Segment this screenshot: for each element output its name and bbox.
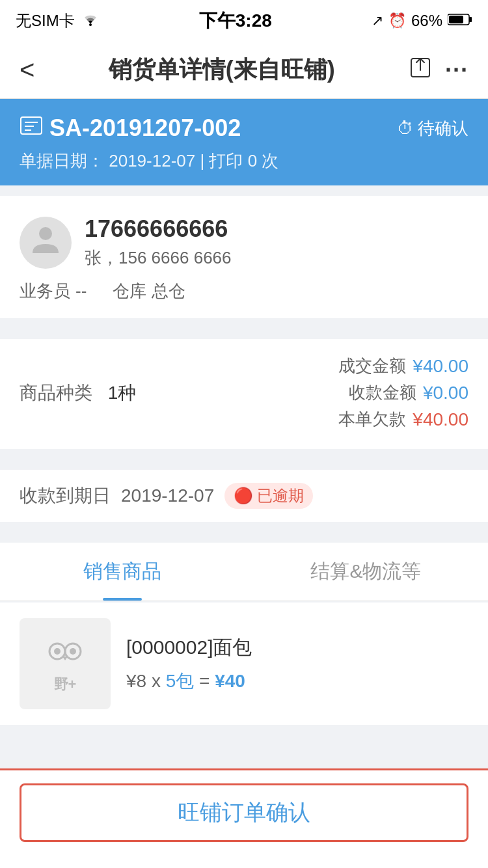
location-icon: ↗ [372,12,383,29]
product-name: [0000002]面包 [126,634,468,661]
battery-text: 66% [411,12,442,30]
status-time: 下午3:28 [199,8,272,33]
svg-point-12 [54,648,61,655]
order-date: 单据日期： 2019-12-07 | 打印 0 次 [20,150,468,172]
customer-info: 17666666666 张，156 6666 6666 [85,215,468,269]
customer-name: 张，156 6666 6666 [85,247,468,269]
summary-card: 商品种类 1种 成交金额 ¥40.00 收款金额 ¥0.00 本单欠款 ¥40.… [0,339,488,449]
order-status: ⏱ 待确认 [397,117,468,140]
alarm-icon: ⏰ [388,12,406,29]
due-date-value: 2019-12-07 [121,485,214,506]
nav-right: ··· [409,56,468,85]
more-icon[interactable]: ··· [445,57,468,84]
product-logo: 野+ [54,675,77,694]
amount-row-2: 收款金额 ¥0.00 [349,381,468,404]
multiply-sign: x [152,671,166,691]
product-price-row: ¥8 x 5包 = ¥40 [126,669,468,694]
summary-right: 成交金额 ¥40.00 收款金额 ¥0.00 本单欠款 ¥40.00 [338,355,468,431]
sales-value: -- [75,281,87,301]
divider-3 [0,459,488,470]
product-info: [0000002]面包 ¥8 x 5包 = ¥40 [126,634,468,694]
product-total: ¥40 [215,671,245,691]
summary-left: 商品种类 1种 [20,381,136,405]
page-title: 销货单详情(来自旺铺) [109,54,335,86]
avatar [20,217,72,269]
svg-rect-3 [449,16,463,23]
person-icon [30,223,61,262]
confirm-order-button[interactable]: 旺铺订单确认 [20,783,468,842]
product-image: 野+ [20,618,111,709]
status-bar: 无SIM卡 下午3:28 ↗ ⏰ 66% [0,0,488,42]
svg-point-13 [70,648,76,655]
warehouse: 仓库 总仓 [113,280,185,303]
tab-sales-products[interactable]: 销售商品 [0,543,244,601]
warehouse-label: 仓库 [113,280,146,303]
share-icon[interactable] [409,56,432,85]
order-header-card: SA-20191207-002 ⏱ 待确认 单据日期： 2019-12-07 |… [0,99,488,185]
overdue-badge: 🔴 已逾期 [224,483,313,509]
due-date-label: 收款到期日 [20,483,111,508]
price-unit: ¥8 [126,671,146,691]
overdue-icon: 🔴 [234,487,253,505]
nav-bar: < 销货单详情(来自旺铺) ··· [0,42,488,99]
svg-point-9 [39,227,52,240]
quantity: 5包 [166,671,195,691]
sales-person: 业务员 -- [20,280,87,303]
carrier-text: 无SIM卡 [16,10,75,31]
svg-rect-2 [469,17,472,22]
tab-settlement-logistics[interactable]: 结算&物流等 [244,543,488,601]
order-number: SA-20191207-002 [20,115,241,142]
due-date-card: 收款到期日 2019-12-07 🔴 已逾期 [0,470,488,522]
divider-4 [0,532,488,543]
overdue-text: 已逾期 [257,485,304,506]
summary-row: 商品种类 1种 成交金额 ¥40.00 收款金额 ¥0.00 本单欠款 ¥40.… [20,355,468,431]
amount-row-3: 本单欠款 ¥40.00 [338,408,468,431]
back-button[interactable]: < [20,55,34,85]
battery-icon [448,12,472,30]
confirm-button-wrap: 旺铺订单确认 [0,768,488,868]
customer-card: 17666666666 张，156 6666 6666 业务员 -- 仓库 总仓 [0,196,488,318]
status-right: ↗ ⏰ 66% [372,12,472,30]
tab-bar: 销售商品 结算&物流等 [0,543,488,601]
clock-icon: ⏱ [397,118,414,139]
summary-product-section: 商品种类 1种 [20,381,136,405]
wifi-icon [81,12,100,30]
divider-2 [0,329,488,339]
divider-1 [0,185,488,196]
nav-left: < [20,55,34,85]
warehouse-value: 总仓 [152,280,185,303]
svg-point-0 [89,23,92,26]
sales-label: 业务员 [20,280,70,303]
status-left: 无SIM卡 [16,10,100,31]
customer-meta: 业务员 -- 仓库 总仓 [20,280,468,303]
equals-sign: = [199,671,215,691]
product-card: 野+ [0000002]面包 ¥8 x 5包 = ¥40 [0,603,488,725]
order-icon [20,116,43,141]
amount-row-1: 成交金额 ¥40.00 [338,355,468,377]
customer-phone: 17666666666 [85,215,468,243]
